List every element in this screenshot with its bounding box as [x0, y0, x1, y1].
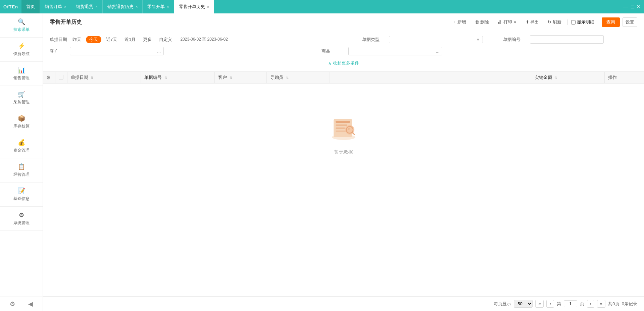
sidebar-item-search-order[interactable]: 🔍 搜索采单	[0, 13, 43, 38]
settings-button[interactable]: 设置	[623, 17, 637, 27]
sidebar-item-search-order-label: 搜索采单	[13, 27, 30, 33]
tab-retail-open-label: 零售开单	[147, 4, 165, 10]
empty-icon	[327, 110, 360, 144]
svg-rect-5	[336, 131, 346, 132]
base-info-icon: 📝	[18, 187, 25, 195]
sidebar-item-ops-mgmt[interactable]: 📋 经营管理	[0, 158, 43, 183]
collapse-row: ∧ 收起更多条件	[50, 59, 637, 67]
order-no-sort-icon[interactable]: ⇅	[164, 76, 167, 80]
th-amount: 实销金额 ⇅	[531, 72, 605, 84]
settings-label: 设置	[626, 19, 634, 25]
sys-mgmt-icon: ⚙	[19, 211, 24, 219]
date-btn-more[interactable]: 更多	[140, 36, 154, 43]
sidebar-item-sales-mgmt[interactable]: 📊 销售管理	[0, 62, 43, 86]
tab-retail-open-history-close[interactable]: ×	[207, 5, 209, 9]
display-detail-toggle[interactable]: 显示明细	[571, 19, 594, 25]
display-detail-checkbox[interactable]	[571, 20, 576, 24]
date-btn-7days[interactable]: 近7天	[103, 36, 120, 43]
sidebar-settings-button[interactable]: ⚙	[10, 300, 15, 308]
sidebar-item-finance-mgmt[interactable]: 💰 资金管理	[0, 134, 43, 158]
tab-retail-open[interactable]: 零售开单 ×	[143, 0, 174, 13]
minimize-button[interactable]: —	[623, 4, 628, 10]
purchase-mgmt-icon: 🛒	[18, 91, 25, 98]
sidebar-item-sys-mgmt[interactable]: ⚙ 系统管理	[0, 207, 43, 231]
search-order-icon: 🔍	[18, 18, 25, 25]
th-customer-label: 客户	[218, 75, 227, 80]
order-no-input[interactable]	[530, 35, 604, 44]
tab-home[interactable]: 首页	[21, 0, 40, 13]
sidebar-collapse-button[interactable]: ◀	[28, 300, 33, 308]
order-type-select[interactable]: ▼	[389, 36, 483, 43]
th-action: 操作	[605, 72, 644, 84]
date-filter-buttons: 昨天 今天 近7天 近1月 更多 自定义 2023-06-02 至 2023-0…	[70, 36, 228, 43]
delete-button[interactable]: 🗑 删除	[472, 18, 492, 27]
sidebar-item-sys-mgmt-label: 系统管理	[13, 220, 30, 226]
amount-sort-icon[interactable]: ⇅	[554, 76, 557, 80]
empty-text: 暂无数据	[334, 149, 353, 155]
collapse-button[interactable]: ∧ 收起更多条件	[50, 59, 637, 67]
close-button[interactable]: ×	[637, 4, 640, 10]
date-sort-icon[interactable]: ⇅	[91, 76, 93, 80]
sidebar-item-ops-mgmt-label: 经营管理	[13, 172, 30, 177]
customer-sort-icon[interactable]: ⇅	[230, 76, 232, 80]
export-label: ⬆ 导出	[526, 19, 539, 25]
sidebar-item-sales-mgmt-label: 销售管理	[13, 75, 30, 81]
print-dropdown-icon[interactable]: ▼	[513, 20, 517, 24]
maximize-button[interactable]: □	[631, 4, 634, 10]
tab-sales-order[interactable]: 销售订单 ×	[40, 0, 71, 13]
product-select[interactable]: ...	[348, 47, 442, 55]
print-button[interactable]: 🖨 打印 ▼	[495, 18, 519, 27]
pagination: 每页显示 50 10 20 100 « ‹ 第 页 › » 共0页, 0条记录	[43, 296, 644, 311]
tab-retail-open-close[interactable]: ×	[167, 5, 169, 9]
page-label: 第	[557, 301, 561, 307]
prev-page-button[interactable]: ‹	[546, 300, 554, 308]
tab-sales-return[interactable]: 销货退货 ×	[71, 0, 102, 13]
add-button[interactable]: + 新增	[451, 18, 468, 27]
sidebar-item-inventory[interactable]: 📦 库存核算	[0, 110, 43, 134]
first-page-button[interactable]: «	[535, 300, 544, 308]
th-amount-label: 实销金额	[535, 75, 552, 80]
table-settings-icon[interactable]: ⚙	[46, 75, 51, 80]
select-all-checkbox[interactable]	[59, 75, 63, 80]
main-layout: 🔍 搜索采单 ⚡ 快捷导航 📊 销售管理 🛒 采购管理 📦 库存核算 💰 资金管…	[0, 13, 644, 311]
sidebar-item-quick-nav-label: 快捷导航	[13, 51, 30, 57]
toolbar-divider	[567, 19, 568, 25]
tab-sales-return-history[interactable]: 销货退货历史 ×	[103, 0, 143, 13]
tab-sales-return-history-close[interactable]: ×	[136, 5, 138, 9]
sidebar-item-finance-mgmt-label: 资金管理	[13, 148, 30, 153]
date-btn-1month[interactable]: 近1月	[122, 36, 138, 43]
order-no-label: 单据编号	[503, 37, 523, 43]
filter-row-2: 客户 ... 商品 ...	[50, 47, 637, 55]
tab-retail-open-history[interactable]: 零售开单历史 ×	[174, 0, 214, 13]
date-btn-today[interactable]: 今天	[86, 36, 101, 43]
guide-sort-icon[interactable]: ⇅	[286, 76, 289, 80]
tab-sales-return-label: 销货退货	[76, 4, 93, 10]
sidebar-bottom: ⚙ ◀	[0, 297, 43, 311]
tab-sales-order-label: 销售订单	[45, 4, 62, 10]
sidebar-item-purchase-mgmt[interactable]: 🛒 采购管理	[0, 86, 43, 110]
sidebar-item-base-info[interactable]: 📝 基础信息	[0, 183, 43, 207]
svg-rect-3	[336, 124, 347, 126]
tab-sales-return-close[interactable]: ×	[95, 5, 97, 9]
next-page-button[interactable]: ›	[587, 300, 594, 308]
tab-home-label: 首页	[26, 4, 35, 10]
product-ellipsis-icon: ...	[436, 49, 439, 54]
export-button[interactable]: ⬆ 导出	[523, 18, 542, 27]
last-page-button[interactable]: »	[597, 300, 605, 308]
th-date-label: 单据日期	[71, 75, 88, 80]
customer-select[interactable]: ...	[70, 47, 164, 55]
refresh-button[interactable]: ↻ 刷新	[545, 18, 564, 27]
sales-mgmt-icon: 📊	[18, 66, 25, 74]
tab-sales-order-close[interactable]: ×	[64, 5, 66, 9]
query-button[interactable]: 查询	[602, 17, 620, 27]
delete-label: 🗑 删除	[475, 19, 489, 25]
per-page-select[interactable]: 50 10 20 100	[514, 300, 533, 308]
date-btn-custom[interactable]: 自定义	[156, 36, 175, 43]
page-suffix: 页	[580, 301, 584, 307]
order-type-label: 单据类型	[362, 37, 382, 43]
page-input[interactable]	[564, 300, 577, 307]
date-btn-yesterday[interactable]: 昨天	[70, 36, 84, 43]
svg-rect-4	[336, 127, 345, 129]
sidebar-item-quick-nav[interactable]: ⚡ 快捷导航	[0, 38, 43, 62]
table-header-row: ⚙ 单据日期 ⇅ 单据编号 ⇅	[43, 72, 644, 84]
